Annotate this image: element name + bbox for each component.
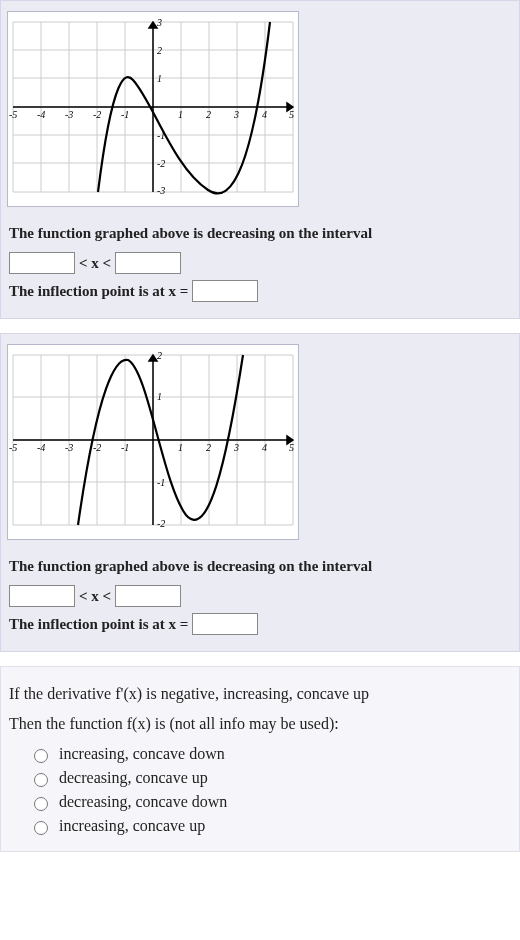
svg-text:-3: -3: [157, 185, 165, 196]
svg-text:-2: -2: [93, 442, 101, 453]
q3-line2: Then the function f(x) is (not all info …: [9, 715, 511, 733]
q2-lt-x-lt: < x <: [79, 588, 111, 605]
svg-text:5: 5: [289, 109, 294, 120]
q2-inflection-row: The inflection point is at x =: [9, 613, 511, 635]
svg-text:-4: -4: [37, 442, 45, 453]
svg-text:2: 2: [157, 350, 162, 361]
svg-text:2: 2: [157, 45, 162, 56]
q3-radio-4[interactable]: [34, 821, 48, 835]
q1-lt-x-lt: < x <: [79, 255, 111, 272]
q3-line1: If the derivative f'(x) is negative, inc…: [9, 685, 511, 703]
svg-text:1: 1: [157, 73, 162, 84]
svg-text:-5: -5: [9, 109, 17, 120]
graph-1-box: -5-4-3-2-1 12345 321 -1-2-3: [7, 11, 299, 207]
q2-inflection-text: The inflection point is at x =: [9, 616, 188, 633]
problem-2: -5-4-3-2-1 12345 21 -1-2 The function gr…: [0, 333, 520, 652]
q1-right-input[interactable]: [115, 252, 181, 274]
q3-radio-1[interactable]: [34, 749, 48, 763]
q3-option-2-label: decreasing, concave up: [59, 769, 208, 787]
graph-1-svg: -5-4-3-2-1 12345 321 -1-2-3: [8, 12, 298, 202]
svg-text:-1: -1: [157, 477, 165, 488]
svg-text:3: 3: [233, 109, 239, 120]
svg-marker-19: [149, 22, 157, 28]
q1-inflection-text: The inflection point is at x =: [9, 283, 188, 300]
q1-inflection-row: The inflection point is at x =: [9, 280, 511, 302]
svg-text:1: 1: [157, 391, 162, 402]
svg-text:-1: -1: [121, 442, 129, 453]
q3-option-2[interactable]: decreasing, concave up: [29, 769, 511, 787]
svg-text:-2: -2: [157, 158, 165, 169]
svg-text:5: 5: [289, 442, 294, 453]
svg-text:4: 4: [262, 109, 267, 120]
svg-text:2: 2: [206, 109, 211, 120]
svg-text:-3: -3: [65, 442, 73, 453]
problem-1: -5-4-3-2-1 12345 321 -1-2-3 The function…: [0, 0, 520, 319]
svg-text:-2: -2: [93, 109, 101, 120]
svg-text:1: 1: [178, 442, 183, 453]
svg-text:3: 3: [156, 17, 162, 28]
graph-2-svg: -5-4-3-2-1 12345 21 -1-2: [8, 345, 298, 535]
q2-decreasing-text: The function graphed above is decreasing…: [9, 558, 511, 575]
q1-left-input[interactable]: [9, 252, 75, 274]
svg-marker-55: [149, 355, 157, 361]
grid-2: -5-4-3-2-1 12345 21 -1-2: [9, 350, 294, 529]
problem-3: If the derivative f'(x) is negative, inc…: [0, 666, 520, 852]
q2-inflection-input[interactable]: [192, 613, 258, 635]
svg-text:4: 4: [262, 442, 267, 453]
q2-left-input[interactable]: [9, 585, 75, 607]
svg-text:-3: -3: [65, 109, 73, 120]
q2-right-input[interactable]: [115, 585, 181, 607]
q1-inflection-input[interactable]: [192, 280, 258, 302]
svg-text:-2: -2: [157, 518, 165, 529]
q3-radio-2[interactable]: [34, 773, 48, 787]
svg-text:1: 1: [178, 109, 183, 120]
q3-option-1-label: increasing, concave down: [59, 745, 225, 763]
q1-interval-row: < x <: [9, 252, 511, 274]
grid: -5-4-3-2-1 12345 321 -1-2-3: [9, 17, 294, 196]
q3-option-1[interactable]: increasing, concave down: [29, 745, 511, 763]
q3-option-3[interactable]: decreasing, concave down: [29, 793, 511, 811]
q3-option-4[interactable]: increasing, concave up: [29, 817, 511, 835]
graph-2-box: -5-4-3-2-1 12345 21 -1-2: [7, 344, 299, 540]
q1-decreasing-text: The function graphed above is decreasing…: [9, 225, 511, 242]
q3-option-4-label: increasing, concave up: [59, 817, 205, 835]
svg-text:2: 2: [206, 442, 211, 453]
q2-interval-row: < x <: [9, 585, 511, 607]
svg-text:3: 3: [233, 442, 239, 453]
svg-text:-4: -4: [37, 109, 45, 120]
svg-text:-1: -1: [121, 109, 129, 120]
q3-option-3-label: decreasing, concave down: [59, 793, 227, 811]
svg-text:-5: -5: [9, 442, 17, 453]
q3-radio-3[interactable]: [34, 797, 48, 811]
